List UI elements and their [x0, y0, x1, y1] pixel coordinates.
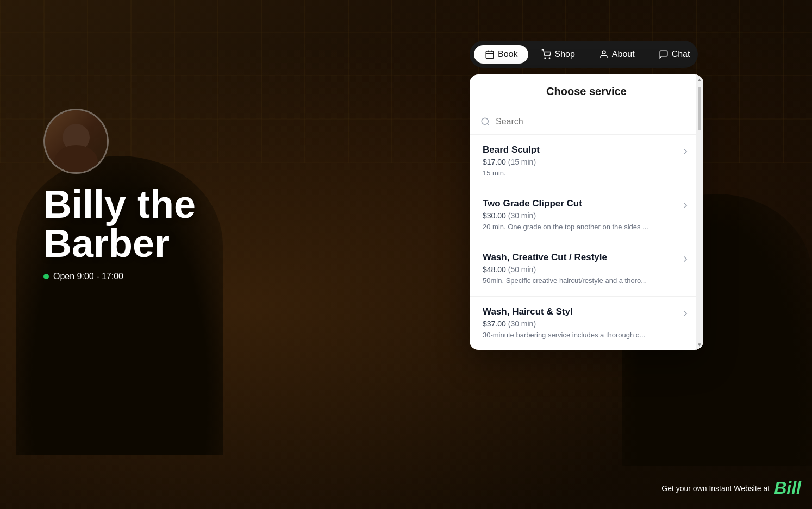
svg-point-6	[602, 51, 605, 54]
scrollbar-thumb	[698, 87, 701, 130]
svg-point-7	[482, 118, 488, 124]
service-description: 30-minute barbering service includes a t…	[483, 330, 674, 340]
scrollbar-track: ▲ ▼	[696, 74, 703, 350]
search-input[interactable]	[496, 117, 692, 127]
service-name: Beard Sculpt	[483, 144, 674, 155]
tab-shop[interactable]: Shop	[530, 45, 585, 64]
tab-book[interactable]: Book	[474, 45, 528, 64]
svg-rect-0	[486, 51, 494, 59]
service-price-time: $17.00 (15 min)	[483, 158, 674, 166]
service-description: 15 min.	[483, 168, 674, 178]
service-item-haircut-styl[interactable]: Wash, Haircut & Styl $37.00 (30 min) 30-…	[470, 297, 703, 350]
service-name: Two Grade Clipper Cut	[483, 198, 674, 209]
service-info: Two Grade Clipper Cut $30.00 (30 min) 20…	[483, 198, 674, 232]
service-info: Wash, Haircut & Styl $37.00 (30 min) 30-…	[483, 306, 674, 340]
shop-cart-icon	[541, 49, 551, 59]
footer-brand: Get your own Instant Website at Bill	[661, 478, 801, 498]
service-item-clipper-cut[interactable]: Two Grade Clipper Cut $30.00 (30 min) 20…	[470, 188, 703, 242]
chevron-right-icon	[680, 309, 690, 318]
calendar-icon	[485, 49, 495, 59]
chevron-right-icon	[680, 200, 690, 210]
service-name: Wash, Haircut & Styl	[483, 306, 674, 317]
scroll-down-arrow[interactable]: ▼	[697, 342, 702, 348]
brand-logo: Bill	[774, 478, 801, 498]
open-status-badge: Open 9:00 - 17:00	[43, 272, 196, 281]
chat-bubble-icon	[659, 49, 669, 59]
svg-point-4	[545, 58, 546, 59]
avatar	[43, 109, 109, 174]
person-icon	[599, 49, 609, 59]
service-item-creative-cut[interactable]: Wash, Creative Cut / Restyle $48.00 (50 …	[470, 242, 703, 296]
chevron-right-icon	[680, 254, 690, 264]
chevron-right-icon	[680, 147, 690, 156]
svg-point-5	[549, 58, 551, 59]
booking-panel: Book Shop About Chat ▲	[470, 41, 703, 350]
footer-text: Get your own Instant Website at	[661, 484, 770, 493]
service-info: Wash, Creative Cut / Restyle $48.00 (50 …	[483, 252, 674, 286]
service-description: 50min. Specific creative haircut/restyle…	[483, 276, 674, 286]
service-info: Beard Sculpt $17.00 (15 min) 15 min.	[483, 144, 674, 178]
tab-chat[interactable]: Chat	[648, 45, 701, 64]
services-list: Beard Sculpt $17.00 (15 min) 15 min. Two…	[470, 135, 703, 350]
scroll-up-arrow[interactable]: ▲	[697, 77, 702, 83]
search-container[interactable]	[470, 109, 703, 135]
avatar-image	[45, 110, 107, 172]
service-selection-panel: ▲ ▼ Choose service Beard Sculpt $17.00	[470, 74, 703, 350]
status-text: Open 9:00 - 17:00	[53, 272, 123, 281]
search-icon	[480, 117, 490, 127]
service-description: 20 min. One grade on the top another on …	[483, 222, 674, 232]
status-indicator-dot	[43, 274, 49, 279]
left-content-area: Billy the Barber Open 9:00 - 17:00	[43, 109, 196, 281]
service-item-beard-sculpt[interactable]: Beard Sculpt $17.00 (15 min) 15 min.	[470, 135, 703, 188]
service-price-time: $48.00 (50 min)	[483, 265, 674, 274]
navigation-bar: Book Shop About Chat	[470, 41, 698, 68]
service-panel-title: Choose service	[470, 74, 703, 109]
service-price-time: $30.00 (30 min)	[483, 211, 674, 220]
service-name: Wash, Creative Cut / Restyle	[483, 252, 674, 263]
tab-about[interactable]: About	[588, 45, 646, 64]
service-price-time: $37.00 (30 min)	[483, 319, 674, 328]
barber-name: Billy the Barber	[43, 185, 196, 263]
